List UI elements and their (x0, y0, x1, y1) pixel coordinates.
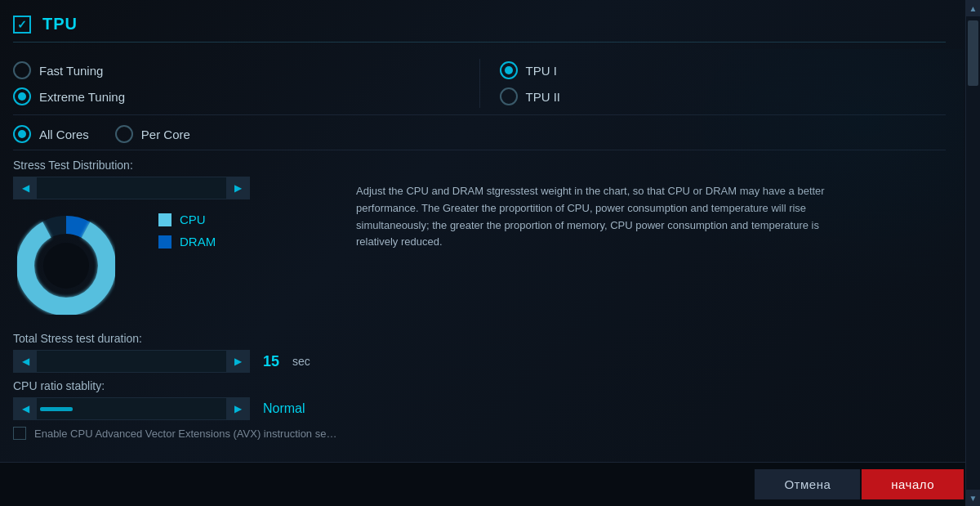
tuning-right-col: TPU I TPU II (500, 61, 947, 105)
radio-tpu-i-circle (500, 61, 518, 79)
stress-slider-row: ◀ ▶ (13, 177, 340, 199)
radio-per-core-circle (115, 125, 133, 143)
chart-legend: CPU DRAM (158, 213, 216, 249)
scrollbar[interactable]: ▲ ▼ (965, 0, 980, 506)
cpu-ratio-arrow-left-icon: ◀ (22, 403, 29, 414)
radio-extreme-tuning-label: Extreme Tuning (39, 90, 125, 104)
cancel-button[interactable]: Отмена (755, 469, 860, 499)
tpu-check-icon: ✓ (17, 18, 27, 31)
tuning-options-row: Fast Tuning Extreme Tuning TPU I TPU II (13, 52, 946, 115)
tpu-checkbox[interactable]: ✓ (13, 16, 31, 34)
duration-slider-row: ◀ ▶ 15 sec (13, 350, 340, 373)
duration-slider-left-arrow[interactable]: ◀ (14, 350, 37, 373)
arrow-left-icon: ◀ (22, 182, 29, 194)
tuning-left-col: Fast Tuning Extreme Tuning (13, 61, 460, 105)
svg-point-3 (43, 243, 89, 289)
legend-cpu-label: CPU (180, 213, 206, 226)
duration-label: Total Stress test duration: (13, 332, 340, 345)
duration-arrow-left-icon: ◀ (22, 356, 29, 367)
stress-slider-track[interactable]: ◀ ▶ (13, 177, 250, 199)
donut-svg (13, 213, 119, 319)
avx-checkbox[interactable] (13, 427, 26, 440)
radio-all-cores-circle (13, 125, 31, 143)
radio-extreme-tuning[interactable]: Extreme Tuning (13, 87, 460, 105)
cpu-ratio-value: Normal (263, 401, 305, 416)
avx-label: Enable CPU Advanced Vector Extensions (A… (34, 428, 340, 440)
radio-per-core[interactable]: Per Core (115, 125, 190, 143)
scrollbar-down-arrow[interactable]: ▼ (966, 490, 981, 506)
radio-fast-tuning-circle (13, 61, 31, 79)
duration-value: 15 (263, 353, 279, 370)
tpu-title: TPU (42, 15, 78, 34)
start-button[interactable]: начало (862, 469, 964, 499)
chart-area: CPU DRAM (13, 206, 340, 325)
legend-dram: DRAM (158, 235, 216, 249)
radio-tpu-ii-label: TPU II (526, 90, 561, 104)
tpu-header: ✓ TPU (13, 8, 946, 43)
legend-cpu-color (158, 213, 172, 226)
cpu-ratio-section: CPU ratio stablity: ◀ ▶ (13, 379, 340, 420)
stress-slider-right-arrow[interactable]: ▶ (226, 177, 249, 199)
right-column: Adjust the CPU and DRAM stgresstest weig… (356, 159, 946, 440)
main-body: Stress Test Distribution: ◀ ▶ (13, 159, 946, 440)
cpu-ratio-label: CPU ratio stablity: (13, 379, 340, 392)
cpu-ratio-inner (37, 407, 226, 411)
radio-extreme-tuning-circle (13, 87, 31, 105)
duration-section: Total Stress test duration: ◀ ▶ 15 (13, 332, 340, 373)
cpu-ratio-slider-track[interactable]: ◀ ▶ (13, 397, 250, 420)
content-area: ✓ TPU Fast Tuning Extreme Tuning TP (0, 0, 965, 462)
cpu-ratio-left-arrow[interactable]: ◀ (14, 397, 37, 420)
duration-slider-track[interactable]: ◀ ▶ (13, 350, 250, 373)
radio-fast-tuning[interactable]: Fast Tuning (13, 61, 460, 79)
radio-all-cores[interactable]: All Cores (13, 125, 89, 143)
description-text: Adjust the CPU and DRAM stgresstest weig… (356, 183, 862, 251)
cpu-ratio-fill (40, 407, 73, 411)
stress-slider-left-arrow[interactable]: ◀ (14, 177, 37, 199)
radio-all-cores-label: All Cores (39, 128, 89, 141)
arrow-right-icon: ▶ (234, 182, 242, 194)
legend-cpu: CPU (158, 213, 216, 226)
donut-chart (13, 213, 119, 319)
tpu-panel: ✓ TPU Fast Tuning Extreme Tuning TP (0, 0, 980, 506)
duration-slider-right-arrow[interactable]: ▶ (226, 350, 249, 373)
left-column: Stress Test Distribution: ◀ ▶ (13, 159, 340, 440)
radio-tpu-ii[interactable]: TPU II (500, 87, 947, 105)
cores-row: All Cores Per Core (13, 115, 946, 150)
bottom-bar: Отмена начало (0, 462, 980, 506)
cpu-ratio-right-arrow[interactable]: ▶ (226, 397, 249, 420)
cpu-ratio-slider-row: ◀ ▶ Normal (13, 397, 340, 420)
stress-slider-inner (37, 177, 226, 199)
radio-fast-tuning-label: Fast Tuning (39, 64, 103, 78)
legend-dram-label: DRAM (180, 235, 216, 249)
options-divider (479, 59, 480, 108)
duration-unit: sec (292, 355, 310, 368)
radio-per-core-label: Per Core (141, 128, 190, 141)
stress-test-label: Stress Test Distribution: (13, 159, 340, 172)
duration-arrow-right-icon: ▶ (234, 356, 242, 367)
radio-tpu-ii-circle (500, 87, 518, 105)
cpu-ratio-arrow-right-icon: ▶ (234, 403, 242, 414)
scrollbar-up-arrow[interactable]: ▲ (966, 0, 981, 16)
enable-avx-row: Enable CPU Advanced Vector Extensions (A… (13, 427, 340, 440)
legend-dram-color (158, 235, 172, 249)
radio-tpu-i-label: TPU I (526, 64, 557, 78)
radio-tpu-i[interactable]: TPU I (500, 61, 947, 79)
scrollbar-track (966, 16, 980, 490)
scrollbar-thumb[interactable] (968, 20, 978, 86)
